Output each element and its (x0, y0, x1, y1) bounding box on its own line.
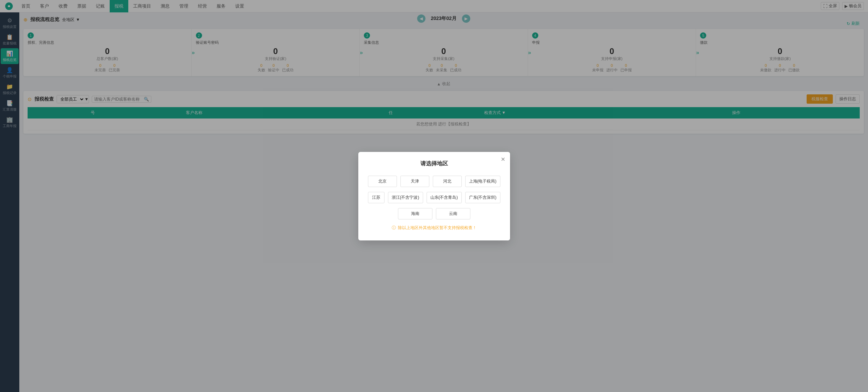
modal-title: 请选择地区 (368, 160, 500, 167)
region-btn-河北[interactable]: 河北 (433, 176, 462, 187)
region-btn-山东(不含青岛)[interactable]: 山东(不含青岛) (427, 192, 462, 203)
modal-close-button[interactable]: ✕ (501, 156, 505, 163)
region-btn-云南[interactable]: 云南 (436, 208, 470, 219)
region-btn-北京[interactable]: 北京 (368, 176, 397, 187)
region-btn-天津[interactable]: 天津 (400, 176, 429, 187)
warning-text: 除以上地区外其他地区暂不支持报税检查！ (398, 225, 477, 231)
region-btn-浙江(不含宁波)[interactable]: 浙江(不含宁波) (388, 192, 423, 203)
region-row-3: 海南云南 (368, 208, 500, 219)
modal-overlay[interactable]: ✕ 请选择地区 北京天津河北上海(电子税局) 江苏浙江(不含宁波)山东(不含青岛… (0, 0, 868, 392)
region-btn-广东(不含深圳)[interactable]: 广东(不含深圳) (465, 192, 500, 203)
warning-icon: ⓘ (392, 225, 396, 231)
region-row-2: 江苏浙江(不含宁波)山东(不含青岛)广东(不含深圳) (368, 192, 500, 203)
region-btn-上海(电子税局)[interactable]: 上海(电子税局) (465, 176, 500, 187)
region-select-modal: ✕ 请选择地区 北京天津河北上海(电子税局) 江苏浙江(不含宁波)山东(不含青岛… (358, 152, 510, 240)
region-btn-江苏[interactable]: 江苏 (368, 192, 385, 203)
modal-warning: ⓘ 除以上地区外其他地区暂不支持报税检查！ (368, 225, 500, 231)
region-btn-海南[interactable]: 海南 (398, 208, 432, 219)
region-row-1: 北京天津河北上海(电子税局) (368, 176, 500, 187)
